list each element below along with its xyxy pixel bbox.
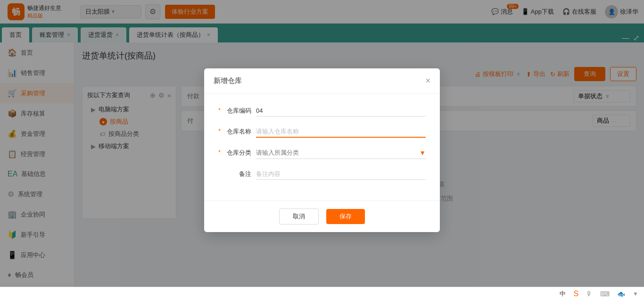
modal-overlay: 新增仓库 × 仓库编码 仓库名称 仓库分类 ▼ bbox=[0, 0, 644, 300]
bottom-keyboard-icon[interactable]: ⌨ bbox=[600, 290, 610, 298]
code-label: 仓库编码 bbox=[218, 107, 256, 115]
category-select[interactable]: ▼ bbox=[256, 147, 426, 159]
modal-body: 仓库编码 仓库名称 仓库分类 ▼ 备注 bbox=[204, 94, 440, 200]
category-dropdown-arrow[interactable]: ▼ bbox=[419, 149, 426, 157]
bottom-zh-icon[interactable]: 中 bbox=[560, 290, 566, 298]
bottom-fish-icon[interactable]: 🐟 bbox=[617, 290, 625, 298]
modal-title: 新增仓库 bbox=[214, 76, 242, 85]
cancel-button[interactable]: 取消 bbox=[279, 208, 319, 225]
modal-close-button[interactable]: × bbox=[425, 76, 430, 86]
bottom-brand-icon: S bbox=[573, 290, 578, 298]
modal-header: 新增仓库 × bbox=[204, 68, 440, 94]
name-label: 仓库名称 bbox=[218, 127, 256, 136]
bottom-mic-icon[interactable]: 🎙 bbox=[586, 290, 593, 298]
remark-input[interactable] bbox=[256, 168, 426, 180]
code-input[interactable] bbox=[256, 105, 426, 117]
save-button[interactable]: 保存 bbox=[326, 209, 365, 224]
warehouse-modal: 新增仓库 × 仓库编码 仓库名称 仓库分类 ▼ bbox=[204, 68, 440, 232]
form-row-remark: 备注 bbox=[218, 168, 426, 180]
form-row-category: 仓库分类 ▼ bbox=[218, 147, 426, 159]
category-input[interactable] bbox=[256, 149, 419, 156]
form-row-code: 仓库编码 bbox=[218, 105, 426, 117]
category-label: 仓库分类 bbox=[218, 149, 256, 157]
remark-label: 备注 bbox=[218, 170, 256, 178]
name-input[interactable] bbox=[256, 126, 426, 138]
bottom-status-bar: 中 S 🎙 ⌨ 🐟 ▼ bbox=[0, 287, 644, 300]
form-row-name: 仓库名称 bbox=[218, 126, 426, 138]
bottom-arrow-icon[interactable]: ▼ bbox=[633, 291, 638, 297]
modal-footer: 取消 保存 bbox=[204, 200, 440, 232]
